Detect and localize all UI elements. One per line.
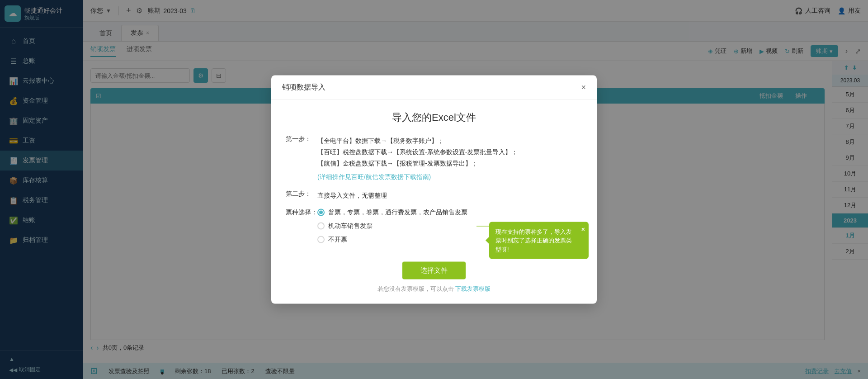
guide-link[interactable]: (详细操作见百旺/航信发票数据下载指南) xyxy=(317,173,431,180)
modal-main-title: 导入您的Excel文件 xyxy=(286,111,582,124)
tooltip-text: 现在支持的票种多了，导入发票时别忘了选择正确的发票类型呀! xyxy=(495,228,572,252)
modal-body: 导入您的Excel文件 第一步： 【全电平台】数据下载→【税务数字账户】； 【百… xyxy=(271,100,597,255)
radio-3-circle xyxy=(317,236,325,243)
radio-row: 票种选择： 普票，专票，卷票，通行费发票，农产品销售发票 机动车销售发票 xyxy=(286,208,582,243)
radio-option-3[interactable]: 不开票 xyxy=(317,235,467,243)
step1-line2: 【百旺】税控盘数据下载→【系统设置-系统参数设置-发票批量导入】； xyxy=(317,147,518,158)
step1-line3: 【航信】金税盘数据下载→【报税管理-发票数据导出】； xyxy=(317,158,518,169)
modal-footer: 选择文件 若您没有发票模版，可以点击 下载发票模版 xyxy=(271,254,597,303)
step1-content: 【全电平台】数据下载→【税务数字账户】； 【百旺】税控盘数据下载→【系统设置-系… xyxy=(317,135,518,183)
modal-hint: 若您没有发票模版，可以点击 下载发票模版 xyxy=(282,284,586,293)
step2-label: 第二步： xyxy=(286,190,317,201)
tooltip-box: 现在支持的票种多了，导入发票时别忘了选择正确的发票类型呀! × xyxy=(489,222,589,259)
step1-link-row: (详细操作见百旺/航信发票数据下载指南) xyxy=(317,171,518,182)
radio-group: 普票，专票，卷票，通行费发票，农产品销售发票 机动车销售发票 不开票 xyxy=(317,208,467,243)
tooltip-close-btn[interactable]: × xyxy=(581,224,585,234)
step1-line1: 【全电平台】数据下载→【税务数字账户】； xyxy=(317,135,518,147)
modal-header: 销项数据导入 × xyxy=(271,76,597,100)
radio-option-2[interactable]: 机动车销售发票 xyxy=(317,222,467,230)
step1-row: 第一步： 【全电平台】数据下载→【税务数字账户】； 【百旺】税控盘数据下载→【系… xyxy=(286,135,582,183)
radio-3-label: 不开票 xyxy=(328,235,347,243)
modal-close-btn[interactable]: × xyxy=(581,83,586,92)
import-modal: 销项数据导入 × 导入您的Excel文件 第一步： 【全电平台】数据下载→【税务… xyxy=(271,76,597,304)
radio-option-1[interactable]: 普票，专票，卷票，通行费发票，农产品销售发票 xyxy=(317,208,467,216)
radio-2-circle xyxy=(317,222,325,229)
tooltip-arrow xyxy=(486,237,489,244)
step2-row: 第二步： 直接导入文件，无需整理 xyxy=(286,190,582,201)
download-template-link[interactable]: 下载发票模版 xyxy=(455,285,491,292)
modal-title: 销项数据导入 xyxy=(282,83,326,92)
radio-1-label: 普票，专票，卷票，通行费发票，农产品销售发票 xyxy=(328,208,467,216)
step2-content: 直接导入文件，无需整理 xyxy=(317,190,387,201)
radio-1-circle xyxy=(317,208,325,216)
step1-label: 第一步： xyxy=(286,135,317,183)
radio-label: 票种选择： xyxy=(286,208,317,243)
radio-2-label: 机动车销售发票 xyxy=(328,222,373,230)
hint-text: 若您没有发票模版，可以点击 xyxy=(377,285,454,292)
select-file-btn[interactable]: 选择文件 xyxy=(402,261,466,279)
